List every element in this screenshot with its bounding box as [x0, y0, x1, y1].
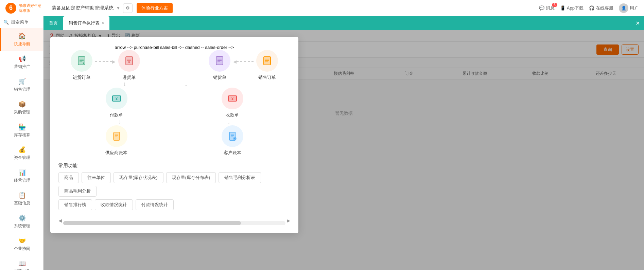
sidebar-item-system[interactable]: ⚙️ 系统管理: [0, 210, 43, 233]
sidebar-item-marketing[interactable]: 📢 营销推广: [0, 51, 43, 74]
modal-scrollbar[interactable]: [63, 221, 285, 225]
message-icon: 💬: [539, 5, 544, 11]
finance-icon: 💰: [18, 146, 26, 154]
phone-icon: 📱: [560, 5, 565, 11]
scroll-right-btn[interactable]: ▶: [287, 218, 290, 223]
sidebar: 🔍 搜索菜单 🏠 快捷导航 📢 营销推广 🛒 销售管理 📦 采购管理 🏪: [0, 16, 43, 270]
sales-bill-icon: [209, 50, 230, 72]
sidebar-item-base[interactable]: 📋 基础信息: [0, 187, 43, 210]
tab-bar-close-btn[interactable]: ✕: [636, 20, 640, 26]
customer-ledger-icon: [222, 125, 243, 147]
common-btn-payment-stat[interactable]: 付款情况统计: [136, 199, 174, 210]
common-btns-row2: 销售排行榜 收款情况统计 付款情况统计: [58, 199, 290, 210]
customer-ledger-node[interactable]: 客户账本: [222, 125, 243, 156]
svg-rect-14: [264, 57, 271, 65]
main-area: 🔍 搜索菜单 🏠 快捷导航 📢 营销推广 🛒 销售管理 📦 采购管理 🏪: [0, 16, 644, 270]
flow-modal: arrow --> purchase-bill sales-bill <-- d…: [50, 37, 298, 233]
app-container: 6 畅康通好生意 标准版 装备及固定资产辅助管理系统 ▼ ⚙ 体验行业方案 💬 …: [0, 0, 644, 270]
svg-rect-5: [126, 57, 133, 65]
logo-area: 6 畅康通好生意 标准版: [5, 3, 49, 14]
tab-bar: 首页 销售订单执行表 × ✕: [43, 16, 644, 30]
system-icon: ⚙️: [18, 214, 26, 222]
supplier-ledger-node[interactable]: 供应商账本: [105, 125, 127, 156]
sidebar-item-finance[interactable]: 💰 资金管理: [0, 142, 43, 165]
message-btn[interactable]: 💬 消息 6: [539, 5, 555, 11]
sidebar-item-operation[interactable]: 📊 经营管理: [0, 165, 43, 187]
content-body: ❓ 帮助 🖨 按模板打印 ▼ ⬆ 导出 🔄 刷新: [43, 30, 644, 270]
content-area: 首页 销售订单执行表 × ✕ ❓ 帮助 🖨 按: [43, 16, 644, 270]
message-badge: 6: [552, 3, 557, 7]
system-title: 装备及固定资产辅助管理系统 ▼: [52, 5, 120, 11]
top-bar: 6 畅康通好生意 标准版 装备及固定资产辅助管理系统 ▼ ⚙ 体验行业方案 💬 …: [0, 0, 644, 16]
common-btn-goods[interactable]: 商品: [58, 172, 79, 183]
sales-icon: 🛒: [18, 78, 26, 85]
tab-sales-order[interactable]: 销售订单执行表 ×: [63, 16, 109, 30]
purchase-bill-icon: [118, 50, 140, 72]
svg-rect-9: [216, 57, 223, 65]
collab-icon: 🤝: [18, 237, 26, 245]
sidebar-item-sales[interactable]: 🛒 销售管理: [0, 74, 43, 96]
logo-icon: 6: [5, 3, 16, 14]
flow-diagram: arrow --> purchase-bill sales-bill <-- d…: [58, 45, 290, 156]
common-functions-section: 常用功能 商品 往来单位 现存量(库存状况表) 现存量(库存分布表) 销售毛利分…: [58, 163, 290, 210]
search-icon: 🔍: [3, 20, 9, 25]
payment-bill-icon: ¥: [106, 88, 127, 109]
sidebar-item-collab[interactable]: 🤝 企业协同: [0, 233, 43, 256]
marketing-icon: 📢: [18, 55, 26, 62]
headset-icon: 🎧: [589, 5, 594, 11]
sales-bill-node[interactable]: 销货单: [209, 50, 230, 80]
app-download-btn[interactable]: 📱 App下载: [560, 5, 584, 11]
svg-rect-30: [113, 133, 114, 140]
sidebar-item-newbie[interactable]: 📖 新手引导: [0, 256, 43, 270]
settings-icon[interactable]: ⚙: [123, 3, 133, 13]
common-btns-row1: 商品 往来单位 现存量(库存状况表) 现存量(库存分布表) 销售毛利分析表 商品…: [58, 172, 290, 197]
sidebar-item-inventory[interactable]: 🏪 库存核算: [0, 119, 43, 142]
tab-close-icon[interactable]: ×: [102, 21, 104, 25]
search-menu-btn[interactable]: 🔍 搜索菜单: [0, 16, 43, 28]
common-btn-stock-dist[interactable]: 现存量(库存分布表): [166, 172, 216, 183]
base-icon: 📋: [18, 192, 26, 199]
modal-overlay: arrow --> purchase-bill sales-bill <-- d…: [43, 30, 644, 270]
common-btn-goods-profit[interactable]: 商品毛利分析: [58, 186, 97, 197]
home-icon: 🏠: [18, 32, 26, 40]
modal-scroll-row: ◀ ▶: [58, 216, 290, 225]
user-btn[interactable]: 👤 用户: [619, 3, 639, 13]
common-btn-sales-rank[interactable]: 销售排行榜: [58, 199, 92, 210]
scroll-left-btn[interactable]: ◀: [58, 218, 62, 223]
purchase-icon: 📦: [18, 101, 26, 108]
common-btn-receipt-stat[interactable]: 收款情况统计: [95, 199, 133, 210]
online-service-btn[interactable]: 🎧 在线客服: [589, 5, 613, 11]
sidebar-item-purchase[interactable]: 📦 采购管理: [0, 96, 43, 119]
payment-bill-node[interactable]: ¥ 付款单: [106, 88, 127, 118]
sidebar-item-quick-nav[interactable]: 🏠 快捷导航: [0, 28, 43, 51]
tab-home[interactable]: 首页: [43, 16, 63, 30]
common-btn-stock-status[interactable]: 现存量(库存状况表): [114, 172, 163, 183]
newbie-icon: 📖: [18, 260, 26, 267]
purchase-bill-node[interactable]: 进货单: [118, 50, 140, 80]
purchase-order-node[interactable]: 进货订单: [71, 50, 92, 80]
receipt-bill-node[interactable]: ¥ 收款单: [222, 88, 243, 118]
svg-text:¥: ¥: [115, 97, 118, 101]
top-right: 💬 消息 6 📱 App下载 🎧 在线客服 👤 用户: [539, 3, 639, 13]
svg-text:¥: ¥: [231, 97, 233, 101]
operation-icon: 📊: [18, 169, 26, 176]
receipt-bill-icon: ¥: [222, 88, 243, 109]
inventory-icon: 🏪: [18, 123, 26, 131]
purchase-order-icon: [71, 50, 92, 72]
logo-text: 畅康通好生意 标准版: [19, 3, 41, 13]
avatar: 👤: [619, 3, 628, 13]
scrollbar-thumb: [63, 221, 241, 225]
common-functions-title: 常用功能: [58, 163, 290, 169]
try-btn[interactable]: 体验行业方案: [137, 3, 173, 13]
sales-order-node[interactable]: 销售订单: [256, 50, 278, 80]
supplier-ledger-icon: [106, 125, 127, 147]
sales-order-icon: [256, 50, 278, 72]
svg-rect-25: [114, 132, 119, 140]
common-btn-partners[interactable]: 往来单位: [82, 172, 111, 183]
system-dropdown-icon[interactable]: ▼: [116, 6, 120, 11]
common-btn-sales-profit[interactable]: 销售毛利分析表: [219, 172, 261, 183]
